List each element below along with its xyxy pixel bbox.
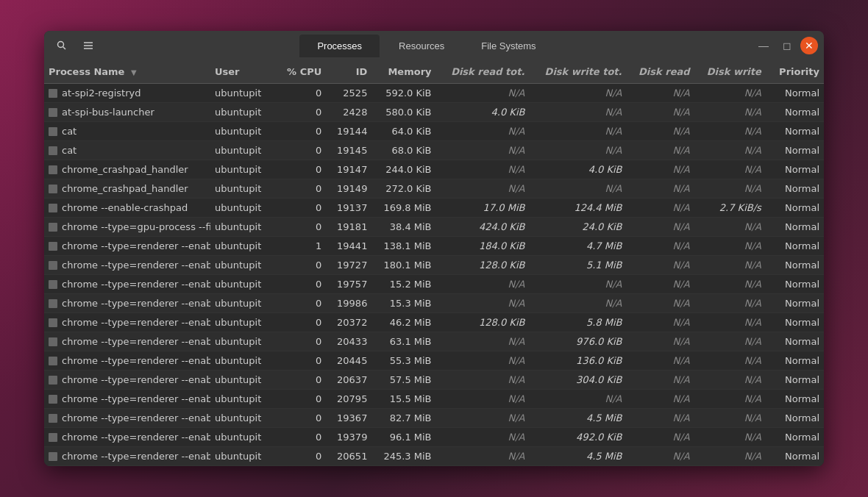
table-row[interactable]: chrome --type=renderer --enab ubuntupit … <box>44 332 824 351</box>
col-header-memory[interactable]: Memory <box>371 60 435 84</box>
cell-memory: 68.0 KiB <box>371 141 435 160</box>
process-icon <box>49 376 57 385</box>
table-row[interactable]: chrome --enable-crashpad ubuntupit 0 191… <box>44 199 824 218</box>
cell-memory: 57.5 MiB <box>371 371 435 390</box>
maximize-button[interactable]: ◻ <box>777 35 797 56</box>
cell-disk-read-total: 17.0 MiB <box>436 199 530 218</box>
cell-disk-read-total: N/A <box>436 179 530 199</box>
table-row[interactable]: chrome --type=gpu-process --fi ubuntupit… <box>44 218 824 237</box>
cell-name: chrome --type=renderer --enab <box>44 351 210 371</box>
col-header-user[interactable]: User <box>210 60 277 84</box>
process-icon <box>49 127 57 136</box>
cell-user: ubuntupit <box>210 218 277 237</box>
cell-priority: Normal <box>766 199 824 218</box>
cell-disk-write: N/A <box>694 218 766 237</box>
cell-cpu: 0 <box>277 141 326 160</box>
cell-cpu: 0 <box>277 84 326 103</box>
cell-memory: 38.4 MiB <box>371 218 435 237</box>
table-row[interactable]: chrome --type=renderer --enab ubuntupit … <box>44 275 824 294</box>
cell-user: ubuntupit <box>210 390 277 409</box>
table-row[interactable]: chrome --type=renderer --enab ubuntupit … <box>44 409 824 428</box>
cell-disk-write-total: N/A <box>529 390 626 409</box>
cell-cpu: 0 <box>277 332 326 351</box>
titlebar: Processes Resources File Systems — ◻ ✕ <box>44 31 824 60</box>
cell-disk-read: N/A <box>627 160 694 179</box>
toolbar-left <box>50 34 100 57</box>
cell-disk-write-total: 24.0 KiB <box>529 218 626 237</box>
tab-resources[interactable]: Resources <box>381 35 462 57</box>
table-row[interactable]: chrome --type=renderer --enab ubuntupit … <box>44 294 824 313</box>
table-row[interactable]: chrome --type=renderer --enab ubuntupit … <box>44 447 824 466</box>
tab-filesystems[interactable]: File Systems <box>463 35 553 57</box>
cell-disk-read: N/A <box>627 237 694 256</box>
close-button[interactable]: ✕ <box>800 37 818 54</box>
cell-name: chrome --type=renderer --enab <box>44 256 210 275</box>
cell-disk-write-total: N/A <box>529 275 626 294</box>
cell-disk-read: N/A <box>627 84 694 103</box>
cell-memory: 169.8 MiB <box>371 199 435 218</box>
cell-user: ubuntupit <box>210 84 277 103</box>
cell-cpu: 0 <box>277 256 326 275</box>
cell-id: 20637 <box>326 371 371 390</box>
col-header-name[interactable]: Process Name ▼ <box>44 60 210 84</box>
table-row[interactable]: at-spi-bus-launcher ubuntupit 0 2428 580… <box>44 103 824 122</box>
cell-disk-write-total: 5.8 MiB <box>529 313 626 332</box>
cell-user: ubuntupit <box>210 332 277 351</box>
col-header-id[interactable]: ID <box>326 60 371 84</box>
cell-disk-write: N/A <box>694 237 766 256</box>
cell-disk-read-total: 128.0 KiB <box>436 256 530 275</box>
minimize-button[interactable]: — <box>753 35 774 56</box>
cell-memory: 15.2 MiB <box>371 275 435 294</box>
cell-memory: 96.1 MiB <box>371 428 435 447</box>
cell-cpu: 0 <box>277 179 326 199</box>
table-row[interactable]: chrome --type=renderer --enab ubuntupit … <box>44 390 824 409</box>
cell-name: cat <box>44 122 210 141</box>
process-icon <box>49 242 57 251</box>
cell-disk-read: N/A <box>627 122 694 141</box>
cell-priority: Normal <box>766 218 824 237</box>
tab-processes[interactable]: Processes <box>299 35 380 57</box>
cell-disk-read: N/A <box>627 332 694 351</box>
col-header-disk-write-total[interactable]: Disk write tot. <box>529 60 626 84</box>
col-header-priority[interactable]: Priority <box>766 60 824 84</box>
col-header-disk-write[interactable]: Disk write <box>694 60 766 84</box>
table-row[interactable]: chrome --type=renderer --enab ubuntupit … <box>44 256 824 275</box>
table-row[interactable]: chrome --type=renderer --enab ubuntupit … <box>44 428 824 447</box>
cell-disk-write: N/A <box>694 390 766 409</box>
table-row[interactable]: cat ubuntupit 0 19145 68.0 KiB N/A N/A N… <box>44 141 824 160</box>
menu-button[interactable] <box>77 34 100 57</box>
table-row[interactable]: chrome --type=renderer --enab ubuntupit … <box>44 371 824 390</box>
col-header-cpu[interactable]: % CPU <box>277 60 326 84</box>
cell-cpu: 0 <box>277 409 326 428</box>
cell-disk-write: N/A <box>694 160 766 179</box>
table-row[interactable]: chrome_crashpad_handler ubuntupit 0 1914… <box>44 160 824 179</box>
cell-disk-write: N/A <box>694 103 766 122</box>
table-row[interactable]: chrome --type=renderer --enab ubuntupit … <box>44 313 824 332</box>
table-row[interactable]: chrome --type=renderer --enab ubuntupit … <box>44 237 824 256</box>
cell-cpu: 0 <box>277 122 326 141</box>
cell-name: at-spi-bus-launcher <box>44 103 210 122</box>
process-icon <box>49 185 57 193</box>
cell-memory: 244.0 KiB <box>371 160 435 179</box>
col-header-disk-read-total[interactable]: Disk read tot. <box>436 60 530 84</box>
table-row[interactable]: chrome --type=renderer --enab ubuntupit … <box>44 351 824 371</box>
table-row[interactable]: cat ubuntupit 0 19144 64.0 KiB N/A N/A N… <box>44 122 824 141</box>
cell-name: at-spi2-registryd <box>44 84 210 103</box>
cell-memory: 63.1 MiB <box>371 332 435 351</box>
cell-user: ubuntupit <box>210 179 277 199</box>
table-row[interactable]: at-spi2-registryd ubuntupit 0 2525 592.0… <box>44 84 824 103</box>
process-icon <box>49 89 57 98</box>
col-header-disk-read[interactable]: Disk read <box>627 60 694 84</box>
cell-user: ubuntupit <box>210 313 277 332</box>
cell-disk-read-total: N/A <box>436 160 530 179</box>
cell-id: 19379 <box>326 428 371 447</box>
cell-id: 19727 <box>326 256 371 275</box>
cell-disk-write: N/A <box>694 141 766 160</box>
cell-priority: Normal <box>766 313 824 332</box>
process-icon <box>49 414 57 423</box>
table-row[interactable]: chrome_crashpad_handler ubuntupit 0 1914… <box>44 179 824 199</box>
cell-disk-read-total: N/A <box>436 447 530 466</box>
cell-disk-write-total: 4.5 MiB <box>529 409 626 428</box>
search-button[interactable] <box>50 34 74 57</box>
cell-disk-write-total: N/A <box>529 294 626 313</box>
